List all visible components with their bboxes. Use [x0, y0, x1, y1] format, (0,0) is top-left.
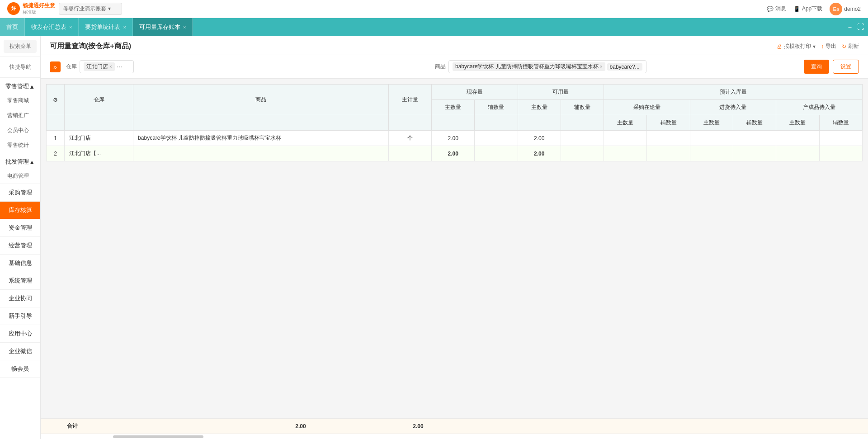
- sidebar-item-retail-stats[interactable]: 零售统计: [0, 138, 40, 153]
- summary-product-main: [741, 423, 800, 430]
- page-title: 可用量查询(按仓库+商品): [50, 42, 131, 51]
- summary-incoming-main: [624, 423, 683, 430]
- horizontal-scrollbar[interactable]: [113, 435, 203, 438]
- industry-select[interactable]: 母婴行业演示账套 ▾: [59, 3, 122, 15]
- tab-controls: － ⛶: [843, 23, 868, 32]
- summary-stock-aux: [330, 423, 389, 430]
- row2-purchase-aux: [647, 146, 690, 161]
- tab-minimize-button[interactable]: －: [846, 23, 854, 32]
- sidebar-item-inventory[interactable]: 库存核算: [0, 202, 40, 219]
- chevron-down-icon: ▾: [108, 5, 111, 12]
- warehouse-more-icon[interactable]: ···: [117, 63, 123, 71]
- industry-label: 母婴行业演示账套: [63, 5, 106, 13]
- th-product-pending: 产成品待入量: [776, 100, 863, 115]
- summary-label: 合计: [50, 422, 95, 430]
- tab-expand-button[interactable]: ⛶: [857, 23, 864, 31]
- th-stock-aux: 辅数量: [475, 100, 518, 115]
- th-product: 商品: [133, 85, 389, 115]
- refresh-button[interactable]: ↻ 刷新: [842, 42, 859, 50]
- th-purchase-main: 主数量: [604, 115, 647, 131]
- summary-incoming-aux: [683, 423, 741, 430]
- data-table: ⚙ 仓库 商品 主计量 现存量 可用量 预计入库量 主数量 辅数量 主数量 辅数…: [46, 84, 863, 161]
- settings-button[interactable]: 设置: [833, 60, 859, 74]
- th-empty5: [432, 115, 475, 131]
- sidebar-item-guide[interactable]: 新手引导: [0, 307, 40, 325]
- export-button[interactable]: ↑ 导出: [821, 42, 836, 50]
- logo-text-area: 畅捷通好生意 标准版: [23, 2, 55, 15]
- tab-home[interactable]: 首页: [0, 18, 25, 36]
- print-label: 按模板打印: [784, 42, 811, 50]
- scroll-bar-area[interactable]: [41, 434, 868, 439]
- refresh-label: 刷新: [848, 42, 859, 50]
- sidebar-item-operations[interactable]: 经营管理: [0, 237, 40, 255]
- sidebar-section-wholesale-header[interactable]: 批发管理 ▲: [0, 153, 40, 169]
- th-settings: ⚙: [47, 85, 65, 115]
- avatar: Ea: [830, 3, 842, 15]
- sidebar-item-purchase[interactable]: 采购管理: [0, 184, 40, 202]
- sidebar-item-ecommerce[interactable]: 电商管理: [0, 169, 40, 184]
- th-empty4: [388, 115, 431, 131]
- filter-expand-button[interactable]: »: [50, 61, 61, 72]
- tab-available-stock-close[interactable]: ×: [183, 24, 186, 30]
- sidebar-item-marketing[interactable]: 营销推广: [0, 108, 40, 123]
- sidebar-item-members[interactable]: 会员中心: [0, 123, 40, 138]
- sidebar-quick-nav: 快捷导航: [0, 57, 40, 78]
- download-icon: 📱: [793, 6, 800, 12]
- summary-avail-aux: [448, 423, 506, 430]
- logo-sub: 标准版: [23, 9, 55, 15]
- sidebar-section-retail-header[interactable]: 零售管理 ▲: [0, 78, 40, 93]
- tab-receivable-close[interactable]: ×: [69, 24, 72, 30]
- th-empty6: [475, 115, 518, 131]
- sidebar-item-wechat[interactable]: 企业微信: [0, 343, 40, 360]
- row1-purchase-main: [604, 131, 647, 146]
- sidebar-item-enterprise[interactable]: 企业协同: [0, 290, 40, 307]
- row2-avail-aux: [561, 146, 604, 161]
- row1-product-aux: [819, 131, 862, 146]
- sidebar-search-button[interactable]: 搜索菜单: [4, 40, 37, 53]
- sidebar-item-basic[interactable]: 基础信息: [0, 255, 40, 272]
- product-filter-label: 商品: [435, 63, 446, 71]
- message-label: 消息: [775, 5, 786, 13]
- row2-product-main: [776, 146, 819, 161]
- tab-order-stats[interactable]: 要货单统计表 ×: [79, 18, 132, 36]
- sidebar-item-system[interactable]: 系统管理: [0, 272, 40, 290]
- th-purchase-aux: 辅数量: [647, 115, 690, 131]
- query-button[interactable]: 查询: [804, 60, 829, 74]
- sidebar-item-member[interactable]: 畅会员: [0, 360, 40, 378]
- table-settings-icon[interactable]: ⚙: [53, 97, 58, 103]
- print-button[interactable]: 🖨 按模板打印 ▾: [777, 42, 816, 50]
- content-area: 可用量查询(按仓库+商品) 🖨 按模板打印 ▾ ↑ 导出 ↻ 刷新 »: [41, 36, 868, 439]
- row1-unit: 个: [388, 131, 431, 146]
- logo-text: 畅捷通好生意: [23, 2, 55, 9]
- message-button[interactable]: 💬 消息: [767, 5, 786, 13]
- summary-purchase-main: [506, 423, 565, 430]
- product-tag-2-text: babycare?...: [610, 64, 640, 70]
- row2-stock-main: 2.00: [432, 146, 475, 161]
- sidebar-item-app-center[interactable]: 应用中心: [0, 325, 40, 343]
- sidebar-item-retail-mall[interactable]: 零售商城: [0, 93, 40, 108]
- product-tag-1-close[interactable]: ×: [600, 64, 603, 69]
- th-empty3: [133, 115, 389, 131]
- content-header: 可用量查询(按仓库+商品) 🖨 按模板打印 ▾ ↑ 导出 ↻ 刷新: [41, 36, 868, 55]
- th-incoming-aux: 辅数量: [733, 115, 776, 131]
- sidebar-search-area: 搜索菜单: [0, 36, 40, 57]
- user-profile[interactable]: Ea demo2: [830, 3, 861, 15]
- warehouse-filter-input[interactable]: 江北门店 × ···: [80, 60, 134, 73]
- warehouse-filter-label: 仓库: [66, 63, 77, 71]
- sidebar-item-finance[interactable]: 资金管理: [0, 219, 40, 237]
- th-stock-main: 主数量: [432, 100, 475, 115]
- th-avail-aux: 辅数量: [561, 100, 604, 115]
- sidebar: 搜索菜单 快捷导航 零售管理 ▲ 零售商城 营销推广 会员中心 零售统计 批发管…: [0, 36, 41, 439]
- summary-stock-main: 2.00: [271, 423, 330, 430]
- row2-unit: [388, 146, 431, 161]
- tab-receivable[interactable]: 收发存汇总表 ×: [25, 18, 79, 36]
- warehouse-tag-close[interactable]: ×: [109, 64, 112, 69]
- th-main-unit: 主计量: [388, 85, 431, 115]
- row1-incoming-main: [690, 131, 733, 146]
- product-filter-input[interactable]: babycare学饮杯 儿童防摔防撞吸管杯重力球吸嘴杯宝宝水杯 × babyca…: [448, 60, 646, 73]
- product-tag-1: babycare学饮杯 儿童防摔防撞吸管杯重力球吸嘴杯宝宝水杯 ×: [453, 62, 605, 71]
- app-download-button[interactable]: 📱 App下载: [793, 5, 822, 13]
- tab-available-stock[interactable]: 可用量库存账本 ×: [133, 18, 193, 36]
- tab-order-stats-close[interactable]: ×: [123, 24, 126, 30]
- sidebar-item-quick-nav[interactable]: 快捷导航: [0, 60, 40, 75]
